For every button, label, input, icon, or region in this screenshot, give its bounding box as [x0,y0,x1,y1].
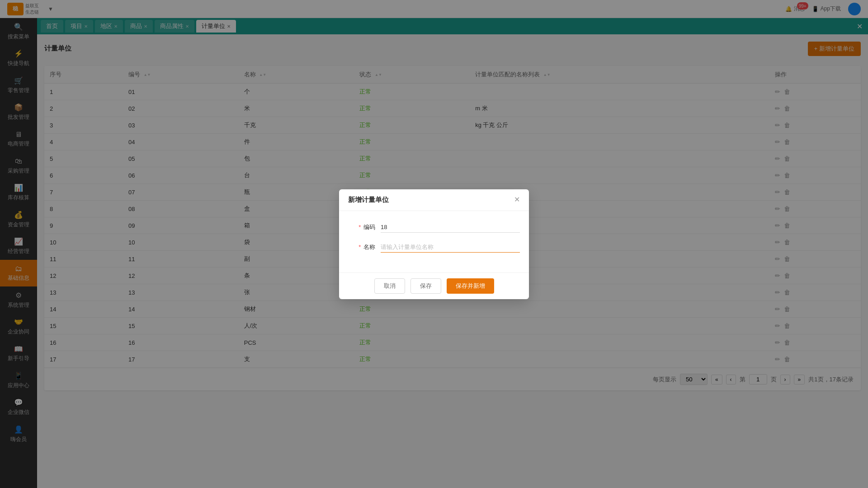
modal-close-button[interactable]: ✕ [514,196,520,203]
cancel-button[interactable]: 取消 [374,278,405,294]
modal-body: * 编码 * 名称 [339,211,529,272]
name-input[interactable] [381,242,520,253]
modal-footer: 取消 保存 保存并新增 [339,272,529,299]
modal-title: 新增计量单位 [348,196,389,204]
code-input[interactable] [381,222,520,233]
form-row-code: * 编码 [348,222,520,233]
modal-overlay[interactable]: 新增计量单位 ✕ * 编码 * 名称 取消 保存 保存并新增 [0,0,868,488]
modal-header: 新增计量单位 ✕ [339,189,529,211]
add-unit-modal: 新增计量单位 ✕ * 编码 * 名称 取消 保存 保存并新增 [339,189,529,299]
form-row-name: * 名称 [348,242,520,253]
code-required-mark: * [359,224,361,230]
save-and-new-button[interactable]: 保存并新增 [447,278,494,294]
save-button[interactable]: 保存 [410,278,441,294]
code-label: * 编码 [348,223,375,231]
name-required-mark: * [359,244,361,250]
name-label: * 名称 [348,243,375,251]
